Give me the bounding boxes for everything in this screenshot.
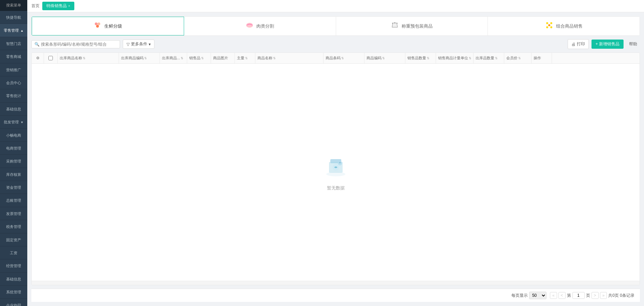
sidebar-item-sys-mgmt[interactable]: 系统管理 bbox=[0, 286, 27, 299]
filter-arrow-icon: ▾ bbox=[149, 42, 151, 47]
search-icon: 🔍 bbox=[34, 42, 40, 47]
svg-point-1 bbox=[98, 22, 100, 25]
combo-sale-icon bbox=[545, 21, 553, 31]
sort-icon: ⇅ bbox=[341, 57, 344, 60]
sidebar-item-invoice-mgmt[interactable]: 发票管理 bbox=[0, 207, 27, 220]
print-icon: 🖨 bbox=[571, 42, 575, 47]
sidebar-item-ops-mgmt[interactable]: 经营管理 bbox=[0, 259, 27, 272]
sidebar-item-member-center[interactable]: 会员中心 bbox=[0, 76, 27, 89]
empty-text: 暂无数据 bbox=[327, 185, 345, 191]
th-sale-unit[interactable]: 销售商品计量单位 ⇅ bbox=[436, 53, 474, 63]
svg-point-8 bbox=[546, 26, 548, 28]
meat-cut-icon bbox=[245, 21, 254, 31]
tab-meat-cut[interactable]: 肉类分割 bbox=[184, 17, 336, 35]
filter-icon: ▽ bbox=[126, 42, 130, 47]
sort-icon: ⇅ bbox=[469, 57, 471, 60]
sidebar: 搜索菜单 快捷导航 零售管理 ▲ 智慧门店 零售商城 营销推广 会员中心 零售统… bbox=[0, 0, 27, 306]
search-box[interactable]: 🔍 bbox=[31, 40, 120, 48]
th-out-sku[interactable]: 出库商品... ⇅ bbox=[160, 53, 187, 63]
add-sale-goods-button[interactable]: + 新增销售品 bbox=[591, 40, 624, 49]
sort-icon: ⇅ bbox=[181, 57, 183, 60]
sidebar-item-quick-nav[interactable]: 快捷导航 bbox=[0, 11, 27, 24]
sidebar-item-retail-stats[interactable]: 零售统计 bbox=[0, 89, 27, 102]
help-button[interactable]: 帮助 bbox=[626, 40, 640, 49]
th-op: 操作 bbox=[531, 53, 552, 63]
th-member-price[interactable]: 会员价 ⇅ bbox=[504, 53, 531, 63]
sort-icon: ⇅ bbox=[144, 57, 147, 60]
sidebar-item-mini-ec[interactable]: 小畅电商 bbox=[0, 129, 27, 142]
th-goods-code[interactable]: 商品编码 ⇅ bbox=[364, 53, 405, 63]
last-page-button[interactable]: » bbox=[600, 292, 607, 299]
sidebar-item-retail-mgmt[interactable]: 零售管理 ▲ bbox=[0, 24, 27, 37]
svg-point-0 bbox=[95, 22, 98, 25]
svg-point-9 bbox=[550, 26, 552, 28]
th-main[interactable]: 主量 ⇅ bbox=[235, 53, 255, 63]
page-content: 生鲜分级 肉类分割 称重预包装商品 组合商品销售 bbox=[27, 12, 644, 306]
empty-illustration bbox=[322, 154, 349, 181]
sort-icon: ⇅ bbox=[245, 57, 248, 60]
svg-point-2 bbox=[96, 25, 99, 28]
total-records-label: 共0页 0条记录 bbox=[608, 293, 634, 299]
page-number-input[interactable] bbox=[572, 292, 585, 299]
page-unit-label: 页 bbox=[586, 293, 590, 299]
prev-page-button[interactable]: < bbox=[558, 292, 566, 299]
close-tab-icon[interactable]: × bbox=[68, 4, 70, 8]
gear-icon: ⚙ bbox=[36, 56, 40, 60]
pagination-bar: 每页显示 10 20 50 100 « < 第 页 > » 共0页 0条记录 bbox=[31, 289, 640, 302]
sidebar-item-basic-info2[interactable]: 基础信息 bbox=[0, 273, 27, 286]
th-sale-qty[interactable]: 销售品数量 ⇅ bbox=[405, 53, 436, 63]
sidebar-item-smart-store[interactable]: 智慧门店 bbox=[0, 37, 27, 50]
select-all-checkbox[interactable] bbox=[48, 56, 53, 60]
sort-icon: ⇅ bbox=[495, 57, 498, 60]
fresh-grade-icon bbox=[93, 21, 102, 31]
active-tab[interactable]: 特殊销售品 × bbox=[42, 2, 74, 10]
th-barcode[interactable]: 商品条码 ⇅ bbox=[324, 53, 364, 63]
th-gear[interactable]: ⚙ bbox=[32, 53, 44, 63]
home-tab[interactable]: 首页 bbox=[31, 3, 40, 9]
th-checkbox[interactable] bbox=[44, 53, 58, 63]
page-label: 第 bbox=[567, 293, 571, 299]
sidebar-item-tax-mgmt[interactable]: 税务管理 bbox=[0, 220, 27, 233]
sidebar-item-enterprise[interactable]: 企业协同 bbox=[0, 299, 27, 306]
sidebar-search-menu[interactable]: 搜索菜单 bbox=[0, 0, 27, 11]
sort-icon: ⇅ bbox=[83, 57, 86, 60]
page-size-select[interactable]: 10 20 50 100 bbox=[529, 292, 546, 299]
sidebar-item-purchase-mgmt[interactable]: 采购管理 bbox=[0, 155, 27, 168]
svg-point-7 bbox=[550, 22, 552, 24]
toolbar-right: 🖨 打印 + 新增销售品 帮助 bbox=[568, 39, 640, 49]
tab-scale-pkg[interactable]: 称重预包装商品 bbox=[336, 17, 488, 35]
th-img[interactable]: 商品图片 bbox=[211, 53, 235, 63]
filter-button[interactable]: ▽ 更多条件 ▾ bbox=[123, 40, 154, 49]
sidebar-item-ec-mgmt[interactable]: 电商管理 bbox=[0, 142, 27, 155]
sidebar-item-wages[interactable]: 工资 bbox=[0, 246, 27, 259]
search-input[interactable] bbox=[41, 42, 117, 47]
horizontal-scrollbar[interactable] bbox=[32, 281, 640, 285]
first-page-button[interactable]: « bbox=[550, 292, 557, 299]
sidebar-item-inventory[interactable]: 库存核算 bbox=[0, 168, 27, 181]
sidebar-item-retail-mall[interactable]: 零售商城 bbox=[0, 50, 27, 63]
sidebar-item-wholesale-mgmt[interactable]: 批发管理 ▼ bbox=[0, 116, 27, 128]
sidebar-item-fund-mgmt[interactable]: 资金管理 bbox=[0, 181, 27, 194]
th-out-qty[interactable]: 出库品数量 ⇅ bbox=[474, 53, 504, 63]
sidebar-item-sales-promo[interactable]: 营销推广 bbox=[0, 63, 27, 76]
next-page-button[interactable]: > bbox=[591, 292, 599, 299]
page-navigation: « < 第 页 > » 共0页 0条记录 bbox=[550, 292, 634, 299]
sidebar-item-general-ledger[interactable]: 总账管理 bbox=[0, 194, 27, 207]
toolbar: 🔍 ▽ 更多条件 ▾ 🖨 打印 + 新增销售品 帮助 bbox=[31, 39, 640, 49]
th-out-code[interactable]: 出库商品编码 ⇅ bbox=[119, 53, 160, 63]
sort-icon: ⇅ bbox=[382, 57, 385, 60]
svg-point-10 bbox=[548, 24, 550, 26]
th-goods-name[interactable]: 商品名称 ⇅ bbox=[255, 53, 324, 63]
th-sale-goods[interactable]: 销售品 ⇅ bbox=[187, 53, 211, 63]
sort-icon: ⇅ bbox=[201, 57, 204, 60]
data-table: ⚙ 出库商品名称 ⇅ 出库商品编码 ⇅ 出库商品... ⇅ bbox=[31, 52, 640, 285]
tab-combo-sale[interactable]: 组合商品销售 bbox=[488, 17, 640, 35]
table-body: 暂无数据 bbox=[32, 64, 640, 281]
sidebar-item-fixed-assets[interactable]: 固定资产 bbox=[0, 233, 27, 246]
main-content: 首页 特殊销售品 × 生鲜分级 肉类分割 bbox=[27, 0, 644, 306]
print-button[interactable]: 🖨 打印 bbox=[568, 39, 589, 49]
tab-fresh-grade[interactable]: 生鲜分级 bbox=[31, 16, 184, 36]
sidebar-item-basic-info[interactable]: 基础信息 bbox=[0, 103, 27, 116]
th-out-name[interactable]: 出库商品名称 ⇅ bbox=[58, 53, 119, 63]
sort-icon: ⇅ bbox=[518, 57, 521, 60]
